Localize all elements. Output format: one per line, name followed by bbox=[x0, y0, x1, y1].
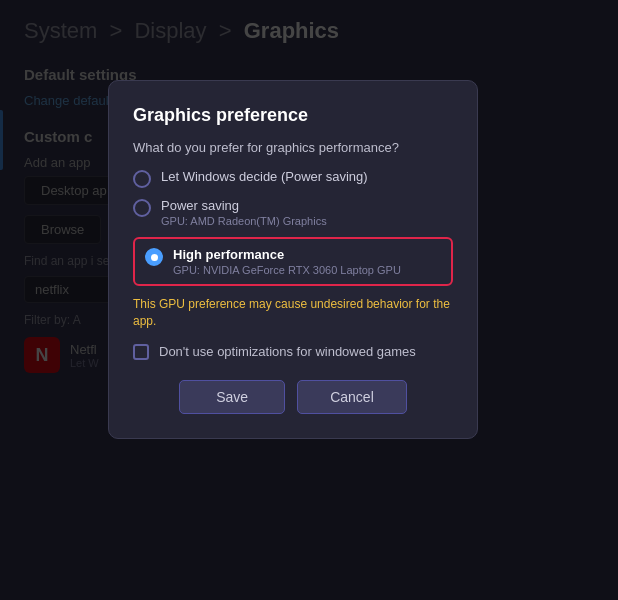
checkbox-row[interactable]: Don't use optimizations for windowed gam… bbox=[133, 344, 453, 360]
radio-sublabel-power-saving: GPU: AMD Radeon(TM) Graphics bbox=[161, 215, 327, 227]
warning-text: This GPU preference may cause undesired … bbox=[133, 296, 453, 330]
radio-circle-power-saving bbox=[133, 199, 151, 217]
radio-label-high-performance: High performance bbox=[173, 247, 401, 262]
dialog-title: Graphics preference bbox=[133, 105, 453, 126]
radio-option-power-saving[interactable]: Power saving GPU: AMD Radeon(TM) Graphic… bbox=[133, 198, 453, 227]
radio-option-high-performance[interactable]: High performance GPU: NVIDIA GeForce RTX… bbox=[145, 247, 441, 276]
cancel-button[interactable]: Cancel bbox=[297, 380, 407, 414]
radio-circle-high-performance bbox=[145, 248, 163, 266]
radio-circle-windows-decide bbox=[133, 170, 151, 188]
checkbox-windowed-games[interactable] bbox=[133, 344, 149, 360]
dialog-footer: Save Cancel bbox=[133, 380, 453, 414]
dialog-question: What do you prefer for graphics performa… bbox=[133, 140, 453, 155]
save-button[interactable]: Save bbox=[179, 380, 285, 414]
graphics-preference-dialog: Graphics preference What do you prefer f… bbox=[108, 80, 478, 439]
radio-sublabel-high-performance: GPU: NVIDIA GeForce RTX 3060 Laptop GPU bbox=[173, 264, 401, 276]
radio-label-windows-decide: Let Windows decide (Power saving) bbox=[161, 169, 368, 184]
radio-option-windows-decide[interactable]: Let Windows decide (Power saving) bbox=[133, 169, 453, 188]
radio-label-power-saving: Power saving bbox=[161, 198, 327, 213]
high-performance-highlight-box: High performance GPU: NVIDIA GeForce RTX… bbox=[133, 237, 453, 286]
checkbox-label: Don't use optimizations for windowed gam… bbox=[159, 344, 416, 359]
